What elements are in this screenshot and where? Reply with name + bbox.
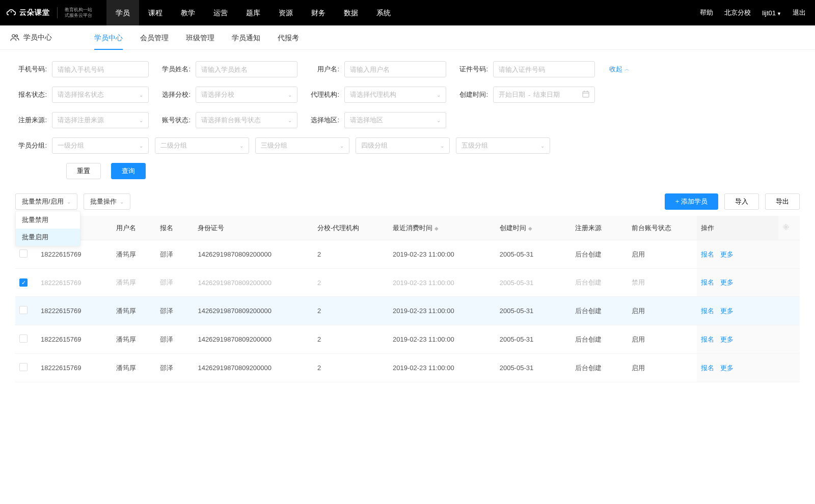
cell-create: 2005-05-31 <box>496 325 571 354</box>
add-student-button[interactable]: + 添加学员 <box>665 193 718 210</box>
cell-phone: 18222615769 <box>37 325 112 354</box>
group-level-select[interactable]: 四级分组⌄ <box>356 137 450 154</box>
cell-phone: 18222615769 <box>37 269 112 297</box>
chevron-down-icon: ⌄ <box>540 143 545 149</box>
settings-column[interactable] <box>778 216 800 240</box>
row-enroll-link[interactable]: 报名 <box>701 278 714 286</box>
cell-status: 禁用 <box>628 269 697 297</box>
cell-last: 2019-02-23 11:00:00 <box>389 269 496 297</box>
cell-phone: 18222615769 <box>37 354 112 382</box>
table-header-row: 用户名 报名 身份证号 分校-代理机构 最近消费时间◆ 创建时间◆ 注册来源 前… <box>15 216 800 240</box>
subnav-tab[interactable]: 学员中心 <box>94 25 123 50</box>
page-title: 学员中心 <box>23 33 52 42</box>
batch-enable-item[interactable]: 批量启用 <box>16 229 80 246</box>
cell-campus: 2 <box>313 269 389 297</box>
region-label: 选择地区: <box>308 116 339 125</box>
chevron-down-icon: ⌄ <box>239 143 243 149</box>
subnav-tab[interactable]: 班级管理 <box>186 25 214 50</box>
topnav-item[interactable]: 资源 <box>269 0 302 25</box>
region-select[interactable]: 请选择地区⌄ <box>344 112 446 128</box>
help-link[interactable]: 帮助 <box>700 8 713 17</box>
topnav-item[interactable]: 财务 <box>302 0 335 25</box>
row-more-link[interactable]: 更多 <box>720 307 734 315</box>
query-button[interactable]: 查询 <box>111 163 146 179</box>
row-enroll-link[interactable]: 报名 <box>701 307 714 315</box>
topnav-item[interactable]: 学员 <box>106 0 139 25</box>
row-checkbox[interactable] <box>19 334 28 343</box>
campus-label: 选择分校: <box>159 90 191 99</box>
export-button[interactable]: 导出 <box>765 193 800 210</box>
table-row: ✓18222615769潘筠厚邵泽14262919870809200000220… <box>15 269 800 297</box>
chevron-down-icon: ⌄ <box>120 199 124 205</box>
cell-enroll: 邵泽 <box>156 269 194 297</box>
import-button[interactable]: 导入 <box>724 193 759 210</box>
account-status-label: 账号状态: <box>159 116 191 125</box>
chevron-down-icon: ⌄ <box>437 118 441 123</box>
topbar-right: 帮助 北京分校 lijt01▼ 退出 <box>700 8 806 17</box>
calendar-icon <box>582 91 589 99</box>
batch-disable-item[interactable]: 批量禁用 <box>16 211 80 229</box>
topnav-item[interactable]: 题库 <box>237 0 269 25</box>
subnav-tab[interactable]: 学员通知 <box>232 25 260 50</box>
chevron-down-icon: ⌄ <box>67 199 71 205</box>
logo: 云朵课堂 教育机构一站 式服务云平台 <box>6 7 92 18</box>
cell-last: 2019-02-23 11:00:00 <box>389 297 496 325</box>
create-time-range[interactable]: 开始日期-结束日期 <box>493 87 595 103</box>
idnum-input[interactable] <box>493 61 595 77</box>
col-create-time[interactable]: 创建时间◆ <box>496 216 571 240</box>
col-last-consume[interactable]: 最近消费时间◆ <box>389 216 496 240</box>
subnav-tab[interactable]: 会员管理 <box>140 25 169 50</box>
row-enroll-link[interactable]: 报名 <box>701 250 714 258</box>
row-more-link[interactable]: 更多 <box>720 250 734 258</box>
account-status-select[interactable]: 请选择前台账号状态⌄ <box>196 112 297 128</box>
cell-status: 启用 <box>628 354 697 382</box>
col-ops: 操作 <box>697 216 778 240</box>
batch-ops-dropdown[interactable]: 批量操作⌄ <box>84 193 130 210</box>
topnav-item[interactable]: 数据 <box>335 0 367 25</box>
username-label: 用户名: <box>308 65 339 74</box>
reset-button[interactable]: 重置 <box>66 163 101 179</box>
chevron-up-icon: ︿ <box>624 66 630 73</box>
group-label: 学员分组: <box>15 141 47 150</box>
name-label: 学员姓名: <box>159 65 191 74</box>
idnum-label: 证件号码: <box>456 65 488 74</box>
row-enroll-link[interactable]: 报名 <box>701 364 714 372</box>
agency-select[interactable]: 请选择代理机构⌄ <box>344 87 446 103</box>
topnav-item[interactable]: 课程 <box>139 0 172 25</box>
phone-input[interactable] <box>52 61 149 77</box>
row-more-link[interactable]: 更多 <box>720 278 734 286</box>
group-level-select[interactable]: 五级分组⌄ <box>456 137 550 154</box>
topnav: 学员课程教学运营题库资源财务数据系统 <box>106 0 400 25</box>
campus-label[interactable]: 北京分校 <box>724 8 751 17</box>
batch-toggle-dropdown[interactable]: 批量禁用/启用⌄ <box>15 193 77 210</box>
svg-point-1 <box>12 34 15 37</box>
user-menu[interactable]: lijt01▼ <box>762 9 781 17</box>
group-level-select[interactable]: 二级分组⌄ <box>155 137 249 154</box>
row-enroll-link[interactable]: 报名 <box>701 335 714 343</box>
toolbar: 批量禁用/启用⌄ 批量操作⌄ 批量禁用 批量启用 + 添加学员 导入 导出 <box>0 188 815 216</box>
row-checkbox[interactable]: ✓ <box>19 278 28 287</box>
cell-campus: 2 <box>313 325 389 354</box>
chevron-down-icon: ⌄ <box>139 143 143 149</box>
row-more-link[interactable]: 更多 <box>720 335 734 343</box>
cell-username: 潘筠厚 <box>112 325 156 354</box>
username-input[interactable] <box>344 61 446 77</box>
reg-source-select[interactable]: 请选择注册来源⌄ <box>52 112 149 128</box>
campus-select[interactable]: 请选择分校⌄ <box>196 87 297 103</box>
name-input[interactable] <box>196 61 297 77</box>
group-level-select[interactable]: 三级分组⌄ <box>255 137 349 154</box>
svg-point-7 <box>785 226 787 228</box>
check-icon: ✓ <box>21 279 26 286</box>
group-level-select[interactable]: 一级分组⌄ <box>52 137 149 154</box>
topnav-item[interactable]: 系统 <box>367 0 400 25</box>
row-checkbox[interactable] <box>19 249 28 258</box>
row-checkbox[interactable] <box>19 306 28 314</box>
logout-link[interactable]: 退出 <box>793 8 806 17</box>
topnav-item[interactable]: 教学 <box>172 0 204 25</box>
subnav-tab[interactable]: 代报考 <box>278 25 299 50</box>
collapse-toggle[interactable]: 收起 ︿ <box>609 65 630 74</box>
row-more-link[interactable]: 更多 <box>720 364 734 372</box>
enroll-status-select[interactable]: 请选择报名状态⌄ <box>52 87 149 103</box>
topnav-item[interactable]: 运营 <box>204 0 237 25</box>
row-checkbox[interactable] <box>19 363 28 371</box>
